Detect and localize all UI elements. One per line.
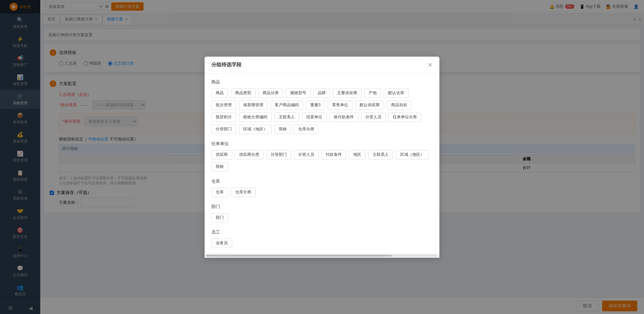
- field-tag-0-23[interactable]: 区域（地区）: [239, 125, 272, 134]
- field-tag-0-9[interactable]: 保质期管理: [239, 101, 268, 110]
- field-tag-0-18[interactable]: 结算单位: [302, 113, 327, 122]
- field-tag-0-22[interactable]: 分管部门: [211, 125, 236, 134]
- field-tag-0-4[interactable]: 品牌: [313, 88, 330, 98]
- field-tag-0-14[interactable]: 商品别名: [387, 101, 412, 110]
- horizontal-scrollbar[interactable]: [206, 255, 438, 257]
- field-tag-0-25[interactable]: 仓库分类: [294, 125, 319, 134]
- field-tag-0-13[interactable]: 默认供应商: [355, 101, 384, 110]
- field-tags-2: 仓库仓库分类: [211, 188, 433, 197]
- field-tag-1-6[interactable]: 主联系人: [368, 150, 393, 160]
- field-tag-0-1[interactable]: 商品类型: [231, 88, 256, 98]
- field-tags-3: 部门: [211, 213, 433, 223]
- field-section-1: 往来单位供应商供应商分类分管部门分管人员付款条件地区主联系人区域（地区）简称: [211, 141, 433, 172]
- field-section-title-4: 员工: [211, 229, 433, 235]
- field-tag-0-15[interactable]: 拣货积分: [211, 113, 236, 122]
- field-tag-1-2[interactable]: 分管部门: [266, 150, 291, 160]
- field-section-title-3: 部门: [211, 204, 433, 210]
- modal-body: 商品商品商品类型商品分类规格型号品牌主要供应商产地默认仓库批次管理保质期管理客户…: [205, 74, 439, 254]
- field-tag-1-3[interactable]: 分管人员: [294, 150, 319, 160]
- modal-footer-scroll: [205, 254, 439, 258]
- field-section-0: 商品商品商品类型商品分类规格型号品牌主要供应商产地默认仓库批次管理保质期管理客户…: [211, 79, 433, 134]
- field-section-title-0: 商品: [211, 79, 433, 85]
- field-tag-0-19[interactable]: 收付款条件: [329, 113, 358, 122]
- field-tag-0-12[interactable]: 零售单位: [328, 101, 353, 110]
- field-tag-0-8[interactable]: 批次管理: [211, 101, 236, 110]
- modal-close-button[interactable]: ✕: [428, 61, 433, 69]
- field-tag-3-0[interactable]: 部门: [211, 213, 228, 223]
- field-tag-0-3[interactable]: 规格型号: [286, 88, 311, 98]
- field-tag-1-5[interactable]: 地区: [349, 150, 366, 160]
- field-tag-0-24[interactable]: 简称: [274, 125, 291, 134]
- field-tag-0-17[interactable]: 主联系人: [274, 113, 299, 122]
- field-tag-0-20[interactable]: 分管人员: [361, 113, 386, 122]
- field-tag-2-1[interactable]: 仓库分类: [231, 188, 256, 197]
- field-tag-0-0[interactable]: 商品: [211, 88, 228, 98]
- field-tags-0: 商品商品类型商品分类规格型号品牌主要供应商产地默认仓库批次管理保质期管理客户商品…: [211, 88, 433, 134]
- field-tag-1-1[interactable]: 供应商分类: [235, 150, 264, 160]
- modal-header: 分组待选字段 ✕: [205, 57, 439, 74]
- field-tag-2-0[interactable]: 仓库: [211, 188, 228, 197]
- field-tag-1-7[interactable]: 区域（地区）: [396, 150, 429, 160]
- field-tag-1-0[interactable]: 供应商: [211, 150, 232, 160]
- field-section-title-2: 仓库: [211, 178, 433, 184]
- field-tags-1: 供应商供应商分类分管部门分管人员付款条件地区主联系人区域（地区）简称: [211, 150, 433, 172]
- field-tag-4-0[interactable]: 业务员: [211, 239, 232, 248]
- field-tag-0-16[interactable]: 税收分类编码: [239, 113, 272, 122]
- field-select-modal: 分组待选字段 ✕ 商品商品商品类型商品分类规格型号品牌主要供应商产地默认仓库批次…: [205, 57, 439, 258]
- field-section-3: 部门部门: [211, 204, 433, 223]
- field-tag-0-10[interactable]: 客户商品编码: [270, 101, 303, 110]
- scrollbar-thumb: [206, 255, 392, 257]
- field-tag-0-21[interactable]: 往来单位分类: [388, 113, 421, 122]
- field-section-4: 员工业务员: [211, 229, 433, 248]
- modal-title: 分组待选字段: [211, 62, 241, 68]
- field-section-2: 仓库仓库仓库分类: [211, 178, 433, 197]
- field-tag-0-5[interactable]: 主要供应商: [333, 88, 362, 98]
- field-tag-0-6[interactable]: 产地: [364, 88, 381, 98]
- field-tag-0-11[interactable]: 重量3: [306, 101, 325, 110]
- field-tag-0-2[interactable]: 商品分类: [258, 88, 283, 98]
- field-tag-1-4[interactable]: 付款条件: [321, 150, 346, 160]
- field-tag-1-8[interactable]: 简称: [211, 162, 228, 172]
- modal-overlay[interactable]: 分组待选字段 ✕ 商品商品商品类型商品分类规格型号品牌主要供应商产地默认仓库批次…: [0, 0, 644, 314]
- field-tags-4: 业务员: [211, 239, 433, 248]
- field-tag-0-7[interactable]: 默认仓库: [384, 88, 409, 98]
- field-section-title-1: 往来单位: [211, 141, 433, 147]
